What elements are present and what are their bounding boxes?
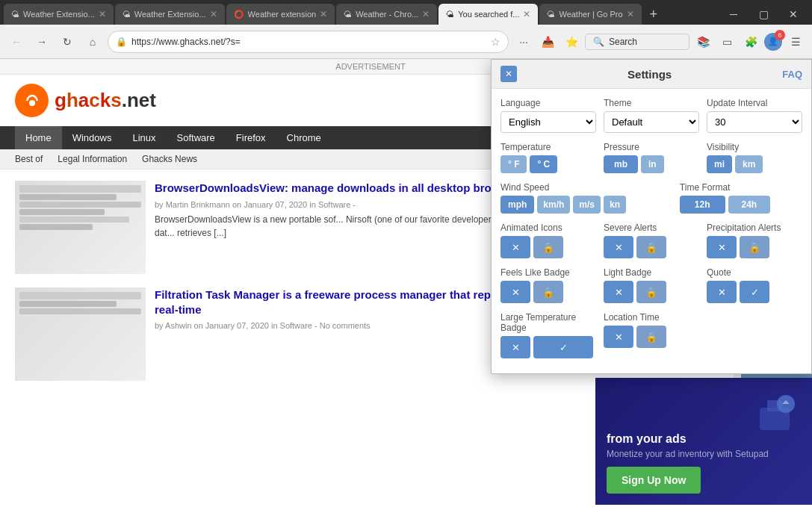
search-widget[interactable]: 🔍 Search [585, 34, 689, 50]
precipitation-alerts-x-button[interactable]: ✕ [707, 236, 737, 258]
maximize-button[interactable]: ▢ [749, 4, 778, 25]
settings-row-4: Animated Icons ✕ 🔒 Severe Alerts ✕ 🔒 Pre… [500, 223, 802, 258]
bookmark-list-icon[interactable]: ⭐ [561, 31, 582, 52]
lock-icon: 🔒 [116, 37, 127, 47]
time-24h-button[interactable]: 24h [728, 196, 771, 214]
precipitation-alerts-lock-button[interactable]: 🔒 [740, 236, 769, 258]
tab-close-4[interactable]: ✕ [422, 9, 430, 19]
site-logo[interactable]: ghacks.net [15, 84, 156, 117]
sub-nav-best-of[interactable]: Best of [15, 152, 43, 166]
light-badge-x-button[interactable]: ✕ [604, 281, 633, 303]
time-format-group: Time Format 12h 24h [680, 182, 802, 214]
tab-3[interactable]: ⭕ Weather extension ✕ [226, 4, 335, 25]
article-thumb-2 [15, 287, 146, 381]
nav-software[interactable]: Software [167, 126, 226, 149]
home-button[interactable]: ⌂ [82, 31, 103, 52]
menu-button[interactable]: ☰ [785, 31, 806, 52]
vis-km-button[interactable]: km [735, 155, 763, 173]
back-button[interactable]: ← [6, 31, 27, 52]
tab-close-2[interactable]: ✕ [210, 9, 217, 19]
wind-kmh-button[interactable]: km/h [537, 196, 570, 214]
extensions-icon[interactable]: 🧩 [740, 31, 761, 52]
light-badge-toggle: ✕ 🔒 [604, 281, 699, 303]
sidebar-icon[interactable]: ▭ [716, 31, 737, 52]
nav-home[interactable]: Home [15, 126, 62, 149]
pressure-mb-button[interactable]: mb [604, 155, 638, 173]
tab-close-5[interactable]: ✕ [523, 9, 530, 19]
logo-text: ghacks.net [55, 89, 156, 112]
light-badge-group: Light Badge ✕ 🔒 [604, 267, 699, 303]
light-badge-lock-button[interactable]: 🔒 [636, 281, 666, 303]
language-select[interactable]: English Spanish French [500, 111, 596, 133]
more-tools-button[interactable]: ··· [513, 31, 534, 52]
tab-label-5: You searched f... [458, 10, 519, 19]
tab-4[interactable]: 🌤 Weather - Chro... ✕ [336, 4, 437, 25]
wind-speed-group: Wind Speed mph km/h m/s kn [500, 182, 672, 214]
tab-2[interactable]: 🌤 Weather Extensio... ✕ [115, 4, 225, 25]
wind-mph-button[interactable]: mph [500, 196, 534, 214]
nav-firefox[interactable]: Firefox [226, 126, 276, 149]
tab-close-6[interactable]: ✕ [627, 9, 634, 19]
tab-6[interactable]: 🌤 Weather | Go Pro ✕ [539, 4, 641, 25]
animated-icons-toggle: ✕ 🔒 [500, 236, 596, 258]
time-format-toggle: 12h 24h [680, 196, 802, 214]
quote-check-button[interactable]: ✓ [740, 281, 769, 303]
settings-popup: ✕ Settings FAQ Language English Spanish … [491, 59, 812, 374]
animated-icons-lock-button[interactable]: 🔒 [533, 236, 563, 258]
tab-favicon-1: 🌤 [11, 10, 19, 19]
settings-close-button[interactable]: ✕ [500, 66, 517, 82]
feels-like-lock-button[interactable]: 🔒 [533, 281, 563, 303]
temp-f-button[interactable]: ° F [500, 155, 527, 173]
temp-c-button[interactable]: ° C [530, 155, 557, 173]
large-temp-check-button[interactable]: ✓ [533, 336, 593, 358]
tab-favicon-4: 🌤 [344, 10, 352, 19]
tab-close-3[interactable]: ✕ [320, 9, 327, 19]
library-icon[interactable]: 📚 [692, 31, 713, 52]
address-bar[interactable]: 🔒 ☆ [108, 31, 509, 53]
quote-x-button[interactable]: ✕ [707, 281, 737, 303]
location-time-lock-button[interactable]: 🔒 [636, 326, 666, 348]
language-label: Language [500, 98, 596, 108]
settings-title: Settings [517, 68, 782, 81]
theme-select[interactable]: Default Dark Light [604, 111, 699, 133]
close-window-button[interactable]: ✕ [778, 4, 808, 25]
quote-toggle: ✕ ✓ [707, 281, 802, 303]
search-label: Search [609, 37, 637, 47]
pocket-icon[interactable]: 📥 [537, 31, 558, 52]
severe-alerts-label: Severe Alerts [604, 223, 699, 233]
tab-1[interactable]: 🌤 Weather Extensio... ✕ [4, 4, 114, 25]
update-interval-select[interactable]: 15 30 60 [707, 111, 802, 133]
forward-button[interactable]: → [31, 31, 52, 52]
feels-like-x-button[interactable]: ✕ [500, 281, 530, 303]
nav-chrome[interactable]: Chrome [276, 126, 332, 149]
bookmark-icon[interactable]: ☆ [491, 36, 500, 48]
vis-mi-button[interactable]: mi [707, 155, 732, 173]
pressure-toggle: mb in [604, 155, 699, 173]
sign-up-button[interactable]: Sign Up Now [607, 467, 701, 494]
large-temp-x-button[interactable]: ✕ [500, 336, 530, 358]
reload-button[interactable]: ↻ [57, 31, 78, 52]
profile-area[interactable]: 👤 6 [764, 33, 782, 51]
new-tab-button[interactable]: + [643, 4, 664, 25]
nav-windows[interactable]: Windows [62, 126, 123, 149]
faq-link[interactable]: FAQ [782, 69, 802, 80]
wind-ms-button[interactable]: m/s [573, 196, 601, 214]
minimize-button[interactable]: ─ [719, 4, 749, 25]
location-time-x-button[interactable]: ✕ [604, 326, 633, 348]
sub-nav-legal[interactable]: Legal Information [58, 152, 127, 166]
animated-icons-x-button[interactable]: ✕ [500, 236, 530, 258]
wind-kn-button[interactable]: kn [604, 196, 626, 214]
tab-5[interactable]: 🌤 You searched f... ✕ [438, 4, 538, 25]
sub-nav-news[interactable]: Ghacks News [142, 152, 197, 166]
logo-icon [15, 84, 49, 117]
nav-linux[interactable]: Linux [122, 126, 166, 149]
severe-alerts-lock-button[interactable]: 🔒 [636, 236, 666, 258]
time-12h-button[interactable]: 12h [680, 196, 725, 214]
precipitation-alerts-toggle: ✕ 🔒 [707, 236, 802, 258]
severe-alerts-x-button[interactable]: ✕ [604, 236, 633, 258]
ad-section: from your ads Monetize your ad inventory… [595, 378, 812, 505]
pressure-in-button[interactable]: in [641, 155, 664, 173]
ad-illustration [745, 385, 805, 447]
address-input[interactable] [131, 37, 486, 47]
tab-close-1[interactable]: ✕ [99, 9, 106, 19]
